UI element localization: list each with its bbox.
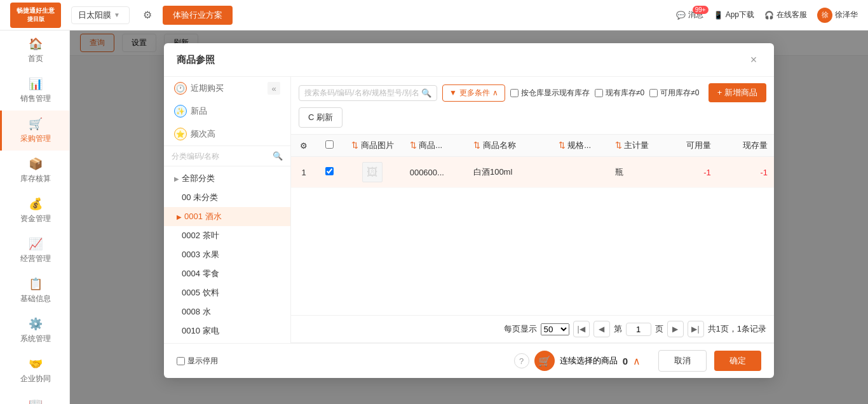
stock-ne0-text: 现有库存≠0 xyxy=(606,88,644,98)
col-unit-sort-icon[interactable]: ⇅ xyxy=(615,140,622,150)
tree-item-all[interactable]: ▶ 全部分类 xyxy=(164,169,290,188)
app-download-nav-item[interactable]: 📱 App下载 xyxy=(714,10,754,20)
sidebar-item-guide[interactable]: 📖 新手引导 xyxy=(0,391,69,404)
online-service-nav-item[interactable]: 🎧 在线客服 xyxy=(764,10,807,20)
modal-title: 商品参照 xyxy=(177,54,215,66)
sidebar-item-operations[interactable]: 📈 经营管理 xyxy=(0,231,69,271)
content-area: 查询 设置 刷新 商品参照 × � xyxy=(70,30,868,404)
category-search-icon[interactable]: 🔍 xyxy=(273,151,283,161)
branch-dropdown[interactable]: 日太阳膜 ▼ xyxy=(71,6,130,24)
tree-item-0002[interactable]: 0002 茶叶 xyxy=(164,226,290,245)
sidebar-item-inventory[interactable]: 📦 库存核算 xyxy=(0,151,69,191)
tree-item-00[interactable]: 00 未分类 xyxy=(164,188,290,207)
sidebar-item-finance[interactable]: 💰 资金管理 xyxy=(0,191,69,231)
page-end-label: 页 xyxy=(655,323,663,335)
cart-label: 连续选择的商品 xyxy=(560,355,618,367)
sidebar-item-sales[interactable]: 📊 销售管理 xyxy=(0,71,69,111)
tab-frequent[interactable]: ⭐ 频次高 xyxy=(164,123,290,145)
stock-ne0-checkbox[interactable] xyxy=(595,89,603,97)
tree-item-0003[interactable]: 0003 水果 xyxy=(164,245,290,264)
row-product-img-cell: 🖼 xyxy=(342,157,403,188)
tree-item-0001[interactable]: ▶ 0001 酒水 xyxy=(164,207,290,226)
select-all-checkbox[interactable] xyxy=(325,140,334,149)
cart-button[interactable]: 🛒 xyxy=(534,351,555,371)
sidebar-item-home[interactable]: 🏠 首页 xyxy=(0,30,69,71)
col-spec-sort-icon[interactable]: ⇅ xyxy=(559,140,566,150)
purchase-icon: 🛒 xyxy=(29,117,43,131)
sidebar: 🏠 首页 📊 销售管理 🛒 采购管理 📦 库存核算 💰 资金管理 📈 经营管理 … xyxy=(0,30,70,404)
tab-new[interactable]: ✨ 新品 xyxy=(164,100,290,123)
tree-item-0004[interactable]: 0004 零食 xyxy=(164,264,290,283)
experience-button[interactable]: 体验行业方案 xyxy=(163,6,233,25)
col-code-sort-icon[interactable]: ⇅ xyxy=(410,140,417,150)
collapse-button[interactable]: « xyxy=(268,82,280,95)
available-ne0-checkbox-label[interactable]: 可用库存≠0 xyxy=(649,88,699,98)
modal-close-button[interactable]: × xyxy=(746,52,761,67)
user-nav-item[interactable]: 徐 徐泽华 xyxy=(817,8,858,23)
show-disabled-checkbox[interactable] xyxy=(177,357,185,365)
category-panel: 🕐 近期购买 « ✨ 新品 ⭐ 频次高 xyxy=(164,77,291,343)
headset-icon: 🎧 xyxy=(764,11,774,20)
sidebar-item-enterprise[interactable]: 🤝 企业协同 xyxy=(0,351,69,391)
stock-ne0-checkbox-label[interactable]: 现有库存≠0 xyxy=(595,88,644,98)
show-disabled-label[interactable]: 显示停用 xyxy=(177,356,218,367)
tree-label-0005: 0005 饮料 xyxy=(182,287,219,299)
app-download-label: App下载 xyxy=(726,10,754,20)
sidebar-item-purchase[interactable]: 🛒 采购管理 xyxy=(0,111,69,151)
row-index: 1 xyxy=(291,157,316,188)
product-table-wrap: ⚙ ⇅ 商品图片 xyxy=(291,135,774,316)
tree-label-0003: 0003 水果 xyxy=(182,249,219,260)
confirm-button[interactable]: 确定 xyxy=(714,351,761,371)
tab-recent[interactable]: 🕐 近期购买 « xyxy=(164,77,290,100)
tree-label-00: 00 未分类 xyxy=(182,192,218,203)
sidebar-label-operations: 经营管理 xyxy=(20,253,51,264)
add-product-button[interactable]: + 新增商品 xyxy=(709,83,766,102)
cart-count: 0 xyxy=(623,356,628,367)
page-number-input[interactable] xyxy=(626,323,651,336)
col-name-sort-icon[interactable]: ⇅ xyxy=(473,140,480,150)
guide-icon: 📖 xyxy=(29,397,43,404)
col-header-img: ⇅ 商品图片 xyxy=(342,135,403,157)
sidebar-label-sales: 销售管理 xyxy=(20,93,51,104)
collapse-cart-icon[interactable]: ∧ xyxy=(633,355,641,367)
col-header-spec: ⇅ 规格... xyxy=(552,135,609,157)
tree-item-0010[interactable]: 0010 家电 xyxy=(164,321,290,340)
row-product-unit: 瓶 xyxy=(609,157,661,188)
app-logo: 畅捷通好生意 捷目版 xyxy=(10,3,61,28)
tree-item-0008[interactable]: 0008 水 xyxy=(164,302,290,321)
cancel-button[interactable]: 取消 xyxy=(658,350,707,372)
show-disabled-text: 显示停用 xyxy=(187,356,218,367)
product-search-input[interactable] xyxy=(304,88,419,97)
tree-item-0005[interactable]: 0005 饮料 xyxy=(164,283,290,302)
warehouse-checkbox-label[interactable]: 按仓库显示现有库存 xyxy=(510,88,590,98)
next-page-btn[interactable]: ▶ xyxy=(667,321,684,337)
col-img-sort-icon[interactable]: ⇅ xyxy=(351,140,358,150)
settings-icon[interactable]: ⚙ xyxy=(300,141,308,151)
settings-icon[interactable]: ⚙ xyxy=(137,5,158,25)
sidebar-label-purchase: 采购管理 xyxy=(20,133,51,144)
messages-nav-item[interactable]: 💬 消息 99+ xyxy=(676,10,703,20)
prev-page-btn[interactable]: ◀ xyxy=(593,321,610,337)
refresh-button[interactable]: C 刷新 xyxy=(299,107,342,128)
new-tab-icon: ✨ xyxy=(174,105,187,118)
category-search-input[interactable] xyxy=(172,152,270,161)
available-ne0-text: 可用库存≠0 xyxy=(660,88,699,98)
help-icon[interactable]: ? xyxy=(514,353,529,368)
messages-badge: 99+ xyxy=(693,6,709,14)
last-page-btn[interactable]: ▶| xyxy=(688,321,704,337)
sidebar-item-system[interactable]: ⚙️ 系统管理 xyxy=(0,311,69,351)
product-search-icon[interactable]: 🔍 xyxy=(421,88,431,98)
sidebar-label-basic-info: 基础信息 xyxy=(20,293,51,304)
warehouse-checkbox[interactable] xyxy=(510,89,519,97)
sidebar-item-basic-info[interactable]: 📋 基础信息 xyxy=(0,271,69,311)
operations-icon: 📈 xyxy=(29,237,43,251)
available-ne0-checkbox[interactable] xyxy=(649,89,658,97)
row-checkbox[interactable] xyxy=(325,167,334,175)
more-filter-button[interactable]: ▼ 更多条件 ∧ xyxy=(442,84,505,102)
per-page-select[interactable]: 50 20 100 xyxy=(541,323,569,335)
table-row[interactable]: 1 🖼 xyxy=(291,157,774,188)
col-header-stock: 现存量 xyxy=(717,135,774,157)
sidebar-label-finance: 资金管理 xyxy=(20,213,51,224)
filter-label: 更多条件 xyxy=(459,88,490,98)
first-page-btn[interactable]: |◀ xyxy=(573,321,590,337)
